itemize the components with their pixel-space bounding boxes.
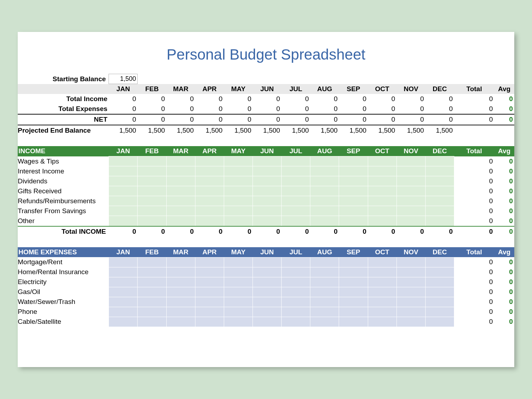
income-cell[interactable] [397, 196, 425, 206]
home-cell[interactable] [397, 307, 425, 317]
income-cell[interactable] [310, 166, 339, 176]
home-cell[interactable] [138, 287, 166, 297]
home-cell[interactable] [310, 257, 339, 267]
home-cell[interactable] [310, 297, 339, 307]
home-cell[interactable] [397, 297, 425, 307]
home-cell[interactable] [195, 257, 224, 267]
home-cell[interactable] [425, 257, 454, 267]
income-cell[interactable] [425, 216, 454, 226]
income-cell[interactable] [282, 216, 310, 226]
home-cell[interactable] [368, 307, 397, 317]
income-cell[interactable] [166, 156, 195, 166]
home-cell[interactable] [166, 317, 195, 327]
home-cell[interactable] [195, 267, 224, 277]
income-cell[interactable] [425, 186, 454, 196]
income-cell[interactable] [253, 186, 281, 196]
income-cell[interactable] [195, 196, 224, 206]
home-cell[interactable] [253, 297, 281, 307]
income-cell[interactable] [368, 196, 397, 206]
home-cell[interactable] [166, 287, 195, 297]
home-cell[interactable] [368, 277, 397, 287]
income-cell[interactable] [282, 196, 310, 206]
income-cell[interactable] [368, 166, 397, 176]
income-cell[interactable] [339, 166, 368, 176]
income-cell[interactable] [138, 166, 166, 176]
income-cell[interactable] [195, 206, 224, 216]
home-cell[interactable] [310, 317, 339, 327]
income-cell[interactable] [368, 206, 397, 216]
home-cell[interactable] [195, 317, 224, 327]
income-cell[interactable] [138, 186, 166, 196]
home-cell[interactable] [425, 297, 454, 307]
income-cell[interactable] [195, 216, 224, 226]
income-cell[interactable] [425, 166, 454, 176]
income-cell[interactable] [253, 196, 281, 206]
home-cell[interactable] [166, 297, 195, 307]
home-cell[interactable] [282, 317, 310, 327]
income-cell[interactable] [166, 176, 195, 186]
home-cell[interactable] [224, 307, 253, 317]
home-cell[interactable] [282, 297, 310, 307]
income-cell[interactable] [282, 176, 310, 186]
home-cell[interactable] [397, 257, 425, 267]
income-cell[interactable] [339, 156, 368, 166]
income-cell[interactable] [310, 186, 339, 196]
income-cell[interactable] [253, 156, 281, 166]
starting-balance-cell[interactable]: 1,500 [109, 74, 138, 84]
home-cell[interactable] [339, 307, 368, 317]
home-cell[interactable] [368, 287, 397, 297]
income-cell[interactable] [166, 216, 195, 226]
income-cell[interactable] [166, 186, 195, 196]
home-cell[interactable] [368, 317, 397, 327]
income-cell[interactable] [138, 216, 166, 226]
income-cell[interactable] [397, 216, 425, 226]
home-cell[interactable] [166, 267, 195, 277]
income-cell[interactable] [138, 176, 166, 186]
income-cell[interactable] [397, 206, 425, 216]
home-cell[interactable] [397, 267, 425, 277]
home-cell[interactable] [109, 307, 138, 317]
home-cell[interactable] [425, 317, 454, 327]
home-cell[interactable] [109, 267, 138, 277]
home-cell[interactable] [282, 277, 310, 287]
home-cell[interactable] [368, 257, 397, 267]
home-cell[interactable] [339, 267, 368, 277]
income-cell[interactable] [195, 166, 224, 176]
home-cell[interactable] [368, 267, 397, 277]
income-cell[interactable] [425, 176, 454, 186]
home-cell[interactable] [425, 277, 454, 287]
home-cell[interactable] [282, 267, 310, 277]
home-cell[interactable] [109, 297, 138, 307]
home-cell[interactable] [253, 277, 281, 287]
home-cell[interactable] [138, 297, 166, 307]
income-cell[interactable] [368, 186, 397, 196]
income-cell[interactable] [310, 196, 339, 206]
income-cell[interactable] [109, 156, 138, 166]
home-cell[interactable] [138, 317, 166, 327]
home-cell[interactable] [109, 317, 138, 327]
home-cell[interactable] [224, 317, 253, 327]
home-cell[interactable] [397, 287, 425, 297]
income-cell[interactable] [339, 196, 368, 206]
home-cell[interactable] [310, 307, 339, 317]
home-cell[interactable] [109, 257, 138, 267]
home-cell[interactable] [397, 317, 425, 327]
income-cell[interactable] [109, 176, 138, 186]
home-cell[interactable] [166, 257, 195, 267]
home-cell[interactable] [138, 267, 166, 277]
income-cell[interactable] [195, 176, 224, 186]
home-cell[interactable] [310, 267, 339, 277]
income-cell[interactable] [310, 206, 339, 216]
home-cell[interactable] [368, 297, 397, 307]
income-cell[interactable] [253, 206, 281, 216]
home-cell[interactable] [282, 287, 310, 297]
income-cell[interactable] [425, 196, 454, 206]
income-cell[interactable] [138, 156, 166, 166]
income-cell[interactable] [224, 206, 253, 216]
home-cell[interactable] [339, 277, 368, 287]
home-cell[interactable] [166, 277, 195, 287]
income-cell[interactable] [282, 156, 310, 166]
income-cell[interactable] [310, 156, 339, 166]
home-cell[interactable] [166, 307, 195, 317]
home-cell[interactable] [224, 257, 253, 267]
